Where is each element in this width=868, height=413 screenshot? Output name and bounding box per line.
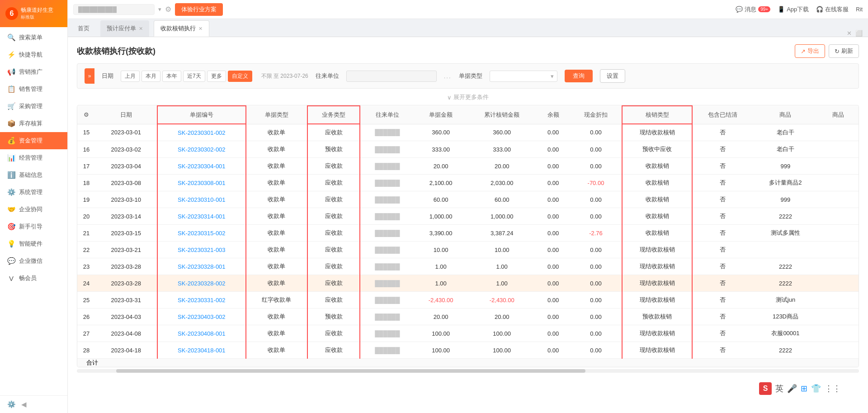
sidebar-item-marketing[interactable]: 📢 营销推广 (0, 63, 67, 81)
td-no: 28 (77, 342, 95, 359)
table-scrollbar[interactable] (77, 369, 859, 373)
bill-no-link[interactable]: SK-20230301-002 (178, 129, 226, 136)
bill-no-link[interactable]: SK-20230321-003 (178, 247, 226, 253)
bill-no-link[interactable]: SK-20230331-002 (178, 297, 226, 304)
float-grid-icon[interactable]: ⊞ (801, 384, 807, 394)
th-settings[interactable]: ⚙ (77, 106, 95, 124)
date-btn-this-year[interactable]: 本年 (162, 71, 181, 82)
td-verified: 60.00 (467, 191, 536, 208)
date-btn-this-month[interactable]: 本月 (142, 71, 160, 82)
td-balance: 0.00 (536, 191, 570, 208)
tab-prepay[interactable]: 预计应付单 ✕ (100, 20, 149, 37)
dropdown-arrow-icon[interactable]: ▾ (158, 6, 161, 13)
td-bill-no: SK-20230403-002 (157, 309, 246, 325)
sidebar-item-search[interactable]: 🔍 搜索菜单 (0, 29, 67, 46)
footer-empty3 (753, 359, 818, 367)
setting-button[interactable]: 设置 (600, 69, 625, 83)
date-btn-more[interactable]: 更多 (207, 71, 226, 82)
table-row: 25 2023-03-31 SK-20230331-002 红字收款单 应收款 … (77, 292, 859, 309)
industry-btn[interactable]: 体验行业方案 (175, 3, 223, 16)
purchase-icon: 🛒 (7, 102, 15, 110)
export-button[interactable]: ↗ 导出 (795, 44, 825, 58)
td-bill-no: SK-20230314-001 (157, 208, 246, 225)
float-mic-icon[interactable]: 🎤 (787, 384, 797, 394)
close-window-icon[interactable]: ✕ (847, 30, 852, 37)
collapse-icon[interactable]: ◀ (21, 400, 27, 408)
page-actions: ↗ 导出 ↻ 刷新 (795, 44, 859, 58)
bill-no-link[interactable]: SK-20230408-001 (178, 330, 226, 337)
sidebar-item-vip[interactable]: V 畅会员 (0, 270, 67, 287)
query-button[interactable]: 查询 (565, 70, 593, 82)
td-amount: 60.00 (414, 191, 467, 208)
expand-more-btn[interactable]: ∨ 展开更多条件 (447, 93, 489, 101)
td-biz-type: 应收款 (307, 175, 360, 191)
float-shirt-icon[interactable]: 👕 (811, 384, 821, 394)
sidebar-item-base[interactable]: ℹ️ 基础信息 (0, 166, 67, 184)
sidebar-item-quick[interactable]: ⚡ 快捷导航 (0, 46, 67, 63)
bill-no-link[interactable]: SK-20230310-001 (178, 196, 226, 203)
bill-no-link[interactable]: SK-20230314-001 (178, 213, 226, 220)
messages-btn[interactable]: 💬 消息 99+ (736, 5, 770, 14)
tab-prepay-close[interactable]: ✕ (139, 26, 143, 32)
filter-expand-btn[interactable]: » (85, 68, 94, 84)
sidebar-item-collab[interactable]: 🤝 企业协同 (0, 201, 67, 218)
bill-no-link[interactable]: SK-20230308-001 (178, 180, 226, 186)
sidebar-item-hardware[interactable]: 💡 智能硬件 (0, 235, 67, 252)
td-bill-no: SK-20230328-001 (157, 258, 246, 275)
tab-home[interactable]: 首页 (71, 20, 96, 37)
float-en-icon[interactable]: 英 (775, 383, 783, 394)
float-apps-icon[interactable]: ⋮⋮ (825, 384, 841, 394)
td-discount: 0.00 (570, 208, 622, 225)
td-bill-no: SK-20230301-002 (157, 124, 246, 141)
bill-no-link[interactable]: SK-20230302-002 (178, 146, 226, 153)
td-verified: 1.00 (467, 275, 536, 292)
date-btn-7days[interactable]: 近7天 (183, 71, 205, 82)
bill-no-link[interactable]: SK-20230418-001 (178, 347, 226, 354)
td-date: 2023-03-21 (95, 242, 157, 258)
sidebar-item-inventory[interactable]: 📦 库存核算 (0, 115, 67, 132)
refresh-button[interactable]: ↻ 刷新 (829, 44, 859, 58)
td-included: 否 (692, 292, 753, 309)
sidebar-item-wechat[interactable]: 💬 企业微信 (0, 252, 67, 270)
td-verified: 3,387.24 (467, 225, 536, 242)
logo-sub: 标推版 (21, 14, 53, 20)
bill-no-link[interactable]: SK-20230304-001 (178, 163, 226, 170)
logo-text: 畅康道好生意 标推版 (21, 7, 53, 20)
bill-no-link[interactable]: SK-20230403-002 (178, 313, 226, 320)
scrollbar-thumb[interactable] (116, 369, 585, 373)
filter-receipt-type-wrapper (490, 71, 557, 82)
td-product: 2222 (753, 258, 818, 275)
tab-receivable[interactable]: 收款核销执行 ✕ (154, 20, 209, 37)
sidebar-item-purchase[interactable]: 🛒 采购管理 (0, 98, 67, 115)
maximize-icon[interactable]: ⬜ (855, 30, 863, 37)
sidebar-item-sales[interactable]: 📋 销售管理 (0, 81, 67, 98)
gear-icon[interactable]: ⚙ (165, 5, 171, 14)
online-service-btn[interactable]: 🎧 在线客服 (816, 5, 849, 14)
system-icon: ⚙️ (7, 188, 15, 196)
sidebar-item-guide[interactable]: 🎯 新手引导 (0, 218, 67, 235)
filter-receipt-type-select[interactable] (490, 71, 557, 82)
app-download-btn[interactable]: 📱 App下载 (778, 5, 809, 14)
bill-no-link[interactable]: SK-20230328-002 (178, 280, 226, 287)
td-bill-no: SK-20230315-002 (157, 225, 246, 242)
date-btn-custom[interactable]: 自定义 (228, 71, 252, 82)
tab-receivable-close[interactable]: ✕ (198, 26, 203, 32)
sidebar-item-finance[interactable]: 💰 资金管理 (0, 132, 67, 149)
th-balance: 余额 (536, 106, 570, 124)
td-verify-type: 收款核销 (622, 158, 692, 175)
settings-bottom-icon[interactable]: ⚙️ (7, 400, 16, 408)
sidebar-item-operations[interactable]: 📊 经营管理 (0, 149, 67, 166)
sidebar-item-system[interactable]: ⚙️ 系统管理 (0, 184, 67, 201)
td-biz-type: 应收款 (307, 342, 360, 359)
date-btn-last-month[interactable]: 上月 (121, 71, 140, 82)
td-counterpart: ██████ (360, 325, 414, 342)
td-amount: 10.00 (414, 242, 467, 258)
bill-no-link[interactable]: SK-20230328-001 (178, 263, 226, 270)
td-biz-type: 预收款 (307, 141, 360, 158)
td-balance: 0.00 (536, 275, 570, 292)
td-amount: 333.00 (414, 141, 467, 158)
table-body: 15 2023-03-01 SK-20230301-002 收款单 应收款 ██… (77, 124, 859, 359)
bill-no-link[interactable]: SK-20230315-002 (178, 230, 226, 237)
counterpart-input[interactable] (346, 71, 437, 82)
filter-bar: » 日期 上月 本月 本年 近7天 更多 自定义 不限 至 2023-07-26… (77, 63, 859, 89)
